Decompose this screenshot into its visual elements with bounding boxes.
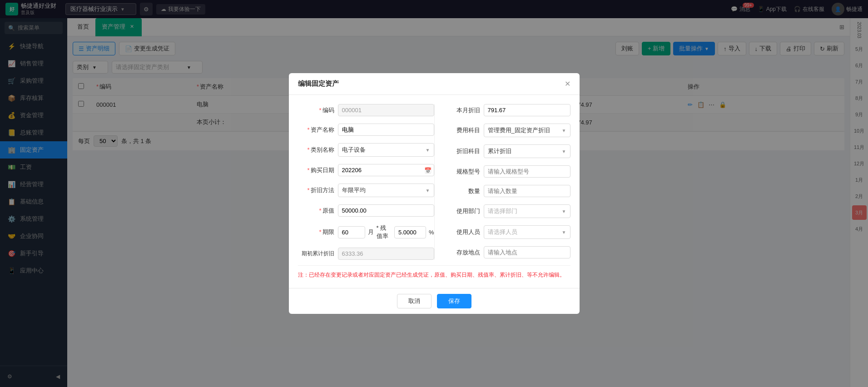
category-label: *类别名称	[298, 146, 334, 154]
dep-account-value: 累计折旧	[488, 147, 511, 155]
original-value-label: *原值	[298, 207, 334, 215]
expense-account-select[interactable]: 管理费用_固定资产折旧 ▼	[484, 124, 570, 137]
form-left-col: *编码 *资产名称 *类别名称 电子设备 ▼	[298, 104, 434, 260]
form-item-code: *编码	[298, 104, 434, 116]
chevron-down-icon: ▼	[562, 149, 566, 154]
monthly-dep-input[interactable]	[484, 104, 570, 116]
period-label: *期限	[298, 228, 334, 236]
dept-select[interactable]: 请选择部门 ▼	[484, 204, 570, 218]
residual-rate-unit: %	[429, 229, 434, 236]
dept-label: 使用部门	[444, 207, 480, 215]
form-item-spec-model: 规格型号	[444, 165, 570, 178]
modal-close-button[interactable]: ✕	[565, 79, 570, 88]
chevron-down-icon: ▼	[562, 230, 566, 235]
calendar-icon[interactable]: 📅	[424, 167, 432, 174]
expense-account-label: 费用科目	[444, 126, 480, 134]
category-select[interactable]: 电子设备 ▼	[338, 143, 434, 157]
residual-rate-label: * 残值率	[377, 224, 392, 240]
purchase-date-label: *购买日期	[298, 166, 334, 174]
original-value-input[interactable]	[338, 204, 434, 217]
form-item-asset-name: *资产名称	[298, 124, 434, 136]
code-label: *编码	[298, 106, 334, 114]
code-input[interactable]	[338, 104, 434, 116]
form-item-category: *类别名称 电子设备 ▼	[298, 143, 434, 157]
form-item-period-residual: *期限 月 * 残值率 %	[298, 224, 434, 240]
purchase-date-input[interactable]	[338, 164, 434, 176]
period-unit: 月	[368, 228, 374, 236]
location-label: 存放地点	[444, 248, 480, 257]
chevron-down-icon: ▼	[426, 148, 430, 153]
person-placeholder: 请选择人员	[488, 228, 517, 236]
dep-account-select[interactable]: 累计折旧 ▼	[484, 144, 570, 158]
depreciation-method-label: *折旧方法	[298, 186, 334, 194]
form-item-person: 使用人员 请选择人员 ▼	[444, 225, 570, 239]
dept-placeholder: 请选择部门	[488, 207, 517, 215]
person-label: 使用人员	[444, 228, 480, 236]
form-item-monthly-dep: 本月折旧	[444, 104, 570, 116]
modal-note: 注：已经存在变更记录或者对应固定资产已经生成凭证，原值、购买日期、残值率、累计折…	[298, 265, 570, 279]
modal-header: 编辑固定资产 ✕	[289, 73, 580, 95]
asset-name-input[interactable]	[338, 124, 434, 136]
depreciation-method-value: 年限平均	[342, 186, 366, 194]
category-value: 电子设备	[342, 146, 366, 154]
purchase-date-wrap: 📅	[338, 164, 434, 176]
person-select[interactable]: 请选择人员 ▼	[484, 225, 570, 239]
monthly-dep-label: 本月折旧	[444, 106, 480, 114]
initial-accumulated-label: 期初累计折旧	[298, 250, 334, 258]
location-input[interactable]	[484, 246, 570, 258]
edit-asset-modal: 编辑固定资产 ✕ *编码 *资产名称	[289, 73, 580, 314]
form-item-purchase-date: *购买日期 📅	[298, 164, 434, 176]
save-button[interactable]: 保存	[437, 294, 471, 308]
modal-footer: 取消 保存	[289, 288, 580, 314]
depreciation-method-select[interactable]: 年限平均 ▼	[338, 184, 434, 197]
form-item-quantity: 数量	[444, 185, 570, 197]
form-item-expense-account: 费用科目 管理费用_固定资产折旧 ▼	[444, 124, 570, 137]
form-item-initial-accumulated: 期初累计折旧	[298, 248, 434, 260]
dep-account-label: 折旧科目	[444, 147, 480, 155]
quantity-input[interactable]	[484, 185, 570, 197]
chevron-down-icon: ▼	[562, 209, 566, 214]
spec-model-input[interactable]	[484, 165, 570, 178]
chevron-down-icon: ▼	[562, 128, 566, 133]
cancel-button[interactable]: 取消	[397, 294, 432, 308]
residual-rate-input[interactable]	[394, 226, 426, 238]
form-item-depreciation-method: *折旧方法 年限平均 ▼	[298, 184, 434, 197]
chevron-down-icon: ▼	[426, 188, 430, 193]
modal-body: *编码 *资产名称 *类别名称 电子设备 ▼	[289, 95, 580, 288]
expense-account-value: 管理费用_固定资产折旧	[488, 126, 550, 134]
form-item-dep-account: 折旧科目 累计折旧 ▼	[444, 144, 570, 158]
modal-title: 编辑固定资产	[298, 79, 339, 88]
form-item-location: 存放地点	[444, 246, 570, 258]
asset-name-label: *资产名称	[298, 126, 334, 134]
quantity-label: 数量	[444, 187, 480, 195]
spec-model-label: 规格型号	[444, 168, 480, 176]
form-item-original-value: *原值	[298, 204, 434, 217]
initial-accumulated-input[interactable]	[338, 248, 434, 260]
form-item-dept: 使用部门 请选择部门 ▼	[444, 204, 570, 218]
form-right-col: 本月折旧 费用科目 管理费用_固定资产折旧 ▼ 折旧科目	[434, 104, 570, 260]
modal-overlay: 编辑固定资产 ✕ *编码 *资产名称	[0, 0, 868, 387]
period-input[interactable]	[338, 226, 365, 238]
